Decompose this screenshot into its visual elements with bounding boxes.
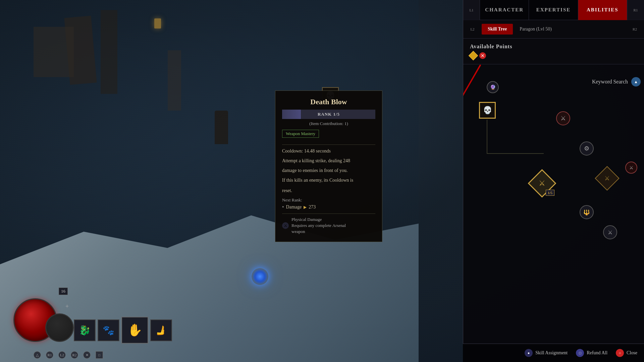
skill-node-top[interactable]: 🔮	[487, 81, 499, 93]
point-cancel-icon: ✕	[479, 52, 486, 59]
weapon-mastery-tag: Weapon Mastery	[282, 130, 319, 138]
desc-line1: Attempt a killing strike, dealing 248	[282, 157, 375, 164]
skill-nav-left-btn[interactable]: L2	[467, 23, 478, 35]
available-points-section: Available Points ✕	[463, 39, 644, 64]
top-nav: L1 CHARACTER EXPERTISE ABILITIES R1	[463, 0, 644, 20]
conditional-line2: reset.	[282, 187, 375, 194]
footer-type: Physical Damage	[291, 217, 346, 223]
tooltip-footer: ⚔ Physical Damage Requires any complete …	[282, 214, 375, 235]
close-label: Close	[627, 350, 637, 356]
nav-right-button[interactable]: R1	[627, 0, 644, 20]
skill-tree-area: 🔮 💀 ⚔ ⚙ ⚔ 1/5	[463, 64, 644, 341]
assign-btn-icon: ●	[525, 349, 533, 357]
skill-assignment-button[interactable]: ● Skill Assignment	[525, 349, 568, 357]
skill-node-death-blow[interactable]: 💀	[478, 101, 496, 119]
skill-node-r1[interactable]: ⚔	[556, 111, 570, 125]
tab-expertise[interactable]: EXPERTISE	[529, 0, 578, 20]
skill-nav-right-btn[interactable]: R2	[629, 23, 641, 35]
bottom-bar: ● Skill Assignment □ Refund All ○ Close	[463, 344, 644, 362]
refund-all-button[interactable]: □ Refund All	[576, 349, 607, 357]
action-slot-2[interactable]: 🐾	[98, 319, 119, 341]
available-points-title: Available Points	[470, 44, 637, 50]
skill-tooltip: Death Blow RANK 1/5 (Item Contribution: …	[275, 90, 382, 242]
action-slot-3[interactable]: ✋	[121, 317, 148, 344]
connector-v1	[487, 120, 487, 153]
next-rank-item: • Damage ▶ 273	[282, 204, 375, 210]
footer-req2: weapon	[291, 229, 346, 235]
tab-abilities[interactable]: ABILITIES	[578, 0, 627, 20]
button-hints: △ R1 L2 R2 ✕ □	[34, 351, 103, 359]
physical-damage-icon: ⚔	[282, 222, 289, 229]
paragon-tab[interactable]: Paragon (Lvl 50)	[516, 24, 555, 35]
skill-node-right-red[interactable]: ⚔	[625, 162, 637, 174]
action-slot-1[interactable]: 🐉	[74, 319, 96, 341]
rank-text: RANK 1/5	[318, 112, 340, 117]
close-button[interactable]: ○ Close	[616, 349, 637, 357]
close-btn-icon: ○	[616, 349, 624, 357]
add-icon: +	[65, 303, 69, 310]
desc-line2: damage to enemies in front of you.	[282, 167, 375, 174]
action-slot-4[interactable]: 🫸	[150, 319, 172, 341]
refund-label: Refund All	[587, 350, 607, 356]
tooltip-title: Death Blow	[282, 98, 375, 106]
skill-nav: L2 Skill Tree Paragon (Lvl 50) R2	[463, 20, 644, 39]
skill-tree-tab[interactable]: Skill Tree	[482, 24, 513, 35]
ground-orb	[252, 268, 268, 285]
points-icons: ✕	[470, 52, 637, 59]
connector-h1	[487, 153, 544, 154]
refund-btn-icon: □	[576, 349, 584, 357]
assign-label: Skill Assignment	[535, 350, 568, 356]
point-diamond-icon	[469, 51, 478, 60]
conditional-line1: If this kills an enemy, its Cooldown is	[282, 177, 375, 184]
skill-node-diamond-r[interactable]: ⚔	[597, 168, 617, 188]
skill-node-br1[interactable]: 🔱	[580, 205, 594, 219]
footer-req: Requires any complete Arsenal	[291, 223, 346, 229]
resource-count: 16	[59, 288, 68, 295]
item-contribution: (Item Contribution: 1)	[282, 121, 375, 126]
tab-character[interactable]: CHARACTER	[480, 0, 529, 20]
next-rank-label: Next Rank:	[282, 197, 375, 203]
right-panel: L1 CHARACTER EXPERTISE ABILITIES R1 L2 S…	[463, 0, 644, 362]
resource-orb	[45, 313, 74, 342]
skill-node-diamond-main[interactable]: ⚔ 1/5	[530, 172, 554, 195]
skill-node-r2[interactable]: ⚙	[580, 141, 594, 156]
action-bar: 🐉 🐾 ✋ 🫸	[74, 317, 172, 344]
cooldown-text: Cooldown: 14.48 seconds	[282, 147, 375, 155]
rank-bar: RANK 1/5	[282, 110, 375, 119]
nav-left-button[interactable]: L1	[463, 0, 480, 20]
skill-node-br2[interactable]: ⚔	[603, 225, 617, 239]
